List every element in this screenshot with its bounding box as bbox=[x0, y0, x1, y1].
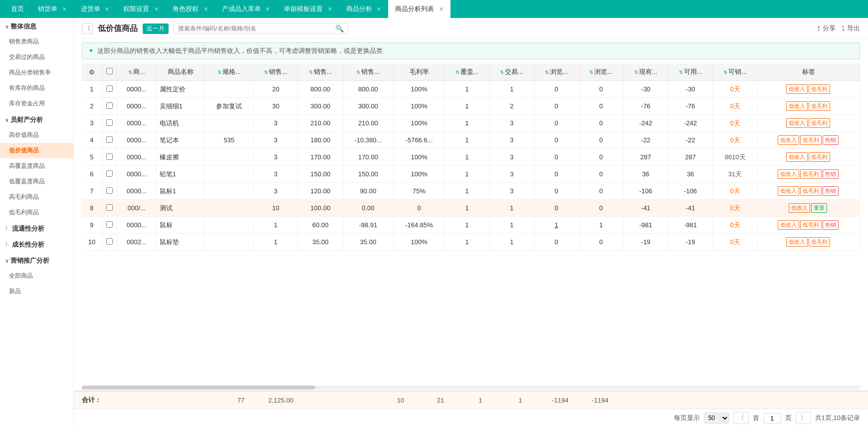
row-browse1[interactable]: 0 bbox=[534, 149, 579, 166]
row-checkbox[interactable] bbox=[106, 102, 113, 109]
page-number-input[interactable] bbox=[763, 413, 781, 424]
nav-template[interactable]: 单据模板设置 ✕ bbox=[277, 0, 339, 18]
col-sales1[interactable]: ⇅销售... bbox=[298, 63, 343, 81]
sidebar-item-high-coverage[interactable]: 高覆盖度商品 bbox=[0, 158, 73, 174]
row-checkbox[interactable] bbox=[106, 204, 113, 211]
sidebar-group-finance[interactable]: ∨ 员财产分析 bbox=[0, 111, 73, 127]
row-browse1[interactable]: 1 bbox=[534, 217, 579, 234]
nav-home[interactable]: 首页 bbox=[4, 0, 31, 18]
col-margin[interactable]: 毛利率 bbox=[394, 63, 445, 81]
row-checkbox-cell[interactable] bbox=[102, 115, 117, 132]
row-checkbox[interactable] bbox=[106, 221, 113, 228]
row-sales1: 100.00 bbox=[298, 200, 343, 217]
nav-warehouse-close[interactable]: ✕ bbox=[265, 6, 270, 12]
nav-goods-analysis[interactable]: 商品分析 ✕ bbox=[339, 0, 389, 18]
col-settings[interactable]: ⚙ bbox=[82, 63, 102, 81]
row-browse1[interactable]: 0 bbox=[534, 200, 579, 217]
sidebar-group-marketing-label: 营销推广分析 bbox=[10, 256, 49, 265]
sidebar-item-traded-goods[interactable]: 交易过的商品 bbox=[0, 49, 73, 65]
row-checkbox-cell[interactable] bbox=[102, 200, 117, 217]
row-checkbox[interactable] bbox=[106, 119, 113, 126]
row-sales1: 120.00 bbox=[298, 183, 343, 200]
sidebar-item-high-value[interactable]: 高价值商品 bbox=[0, 127, 73, 143]
nav-warehouse[interactable]: 产成品入库单 ✕ bbox=[215, 0, 277, 18]
col-qty[interactable]: ⇅销售... bbox=[253, 63, 298, 81]
row-checkbox-cell[interactable] bbox=[102, 234, 117, 251]
nav-template-close[interactable]: ✕ bbox=[328, 6, 332, 12]
row-browse1[interactable]: 0 bbox=[534, 166, 579, 183]
sidebar-item-new-goods[interactable]: 新品 bbox=[0, 284, 73, 299]
col-code[interactable]: ⇅商... bbox=[117, 63, 156, 81]
row-checkbox[interactable] bbox=[106, 187, 113, 194]
search-input[interactable] bbox=[178, 25, 335, 32]
row-browse1[interactable]: 0 bbox=[534, 81, 579, 98]
col-name[interactable]: 商品名称 bbox=[156, 63, 205, 81]
table-container[interactable]: ⚙ ⇅商... 商品名称 ⇅规格... ⇅销售... ⇅销售... ⇅销售...… bbox=[74, 63, 868, 385]
horizontal-scrollbar[interactable] bbox=[82, 386, 860, 390]
sidebar-item-low-margin[interactable]: 低毛利商品 bbox=[0, 205, 73, 220]
col-current[interactable]: ⇅现有... bbox=[624, 63, 668, 81]
filter-tag-recent[interactable]: 近一月 bbox=[143, 23, 169, 34]
row-checkbox-cell[interactable] bbox=[102, 132, 117, 149]
browse1-link[interactable]: 1 bbox=[555, 221, 558, 229]
sidebar-item-high-margin[interactable]: 高毛利商品 bbox=[0, 189, 73, 205]
sidebar-group-growth[interactable]: 〉 成长性分析 bbox=[0, 236, 73, 252]
row-checkbox[interactable] bbox=[106, 238, 113, 245]
row-checkbox-cell[interactable] bbox=[102, 98, 117, 115]
row-browse1[interactable]: 0 bbox=[534, 115, 579, 132]
search-icon[interactable]: 🔍 bbox=[335, 24, 344, 32]
nav-purchase-close[interactable]: ✕ bbox=[105, 6, 109, 12]
row-browse1[interactable]: 0 bbox=[534, 234, 579, 251]
nav-roles-close[interactable]: ✕ bbox=[204, 6, 208, 12]
row-checkbox-cell[interactable] bbox=[102, 166, 117, 183]
sidebar-item-low-coverage[interactable]: 低覆盖度商品 bbox=[0, 174, 73, 189]
row-browse1[interactable]: 0 bbox=[534, 132, 579, 149]
nav-goods-list-close[interactable]: ✕ bbox=[439, 6, 443, 12]
nav-permissions-close[interactable]: ✕ bbox=[154, 6, 159, 12]
sidebar-group-flow[interactable]: 〉 流通性分析 bbox=[0, 220, 73, 236]
nav-goods-analysis-close[interactable]: ✕ bbox=[377, 6, 381, 12]
sidebar-item-category-sales-rate[interactable]: 商品分类销售率 bbox=[0, 65, 73, 80]
col-browse1[interactable]: ⇅浏览... bbox=[534, 63, 579, 81]
nav-goods-list[interactable]: 商品分析列表 ✕ bbox=[388, 0, 450, 18]
row-checkbox[interactable] bbox=[106, 153, 113, 160]
next-page-button[interactable]: 〉 bbox=[796, 412, 811, 424]
sidebar-group-marketing[interactable]: ∨ 营销推广分析 bbox=[0, 252, 73, 268]
first-page-button[interactable]: 〈 bbox=[733, 412, 749, 424]
sidebar-item-sales-goods[interactable]: 销售类商品 bbox=[0, 34, 73, 49]
sidebar-item-capital[interactable]: 库存资金占用 bbox=[0, 96, 73, 111]
col-sales2[interactable]: ⇅销售... bbox=[343, 63, 394, 81]
row-checkbox-cell[interactable] bbox=[102, 149, 117, 166]
row-checkbox[interactable] bbox=[106, 170, 113, 177]
col-select-all[interactable] bbox=[102, 63, 117, 81]
nav-sales[interactable]: 销货单 ✕ bbox=[31, 0, 74, 18]
col-coverage[interactable]: ⇅覆盖... bbox=[444, 63, 489, 81]
col-trade[interactable]: ⇅交易... bbox=[489, 63, 534, 81]
row-checkbox[interactable] bbox=[106, 136, 113, 143]
col-browse2[interactable]: ⇅浏览... bbox=[579, 63, 624, 81]
collapse-sidebar-button[interactable]: 《 bbox=[82, 23, 93, 34]
row-browse1[interactable]: 0 bbox=[534, 98, 579, 115]
nav-purchase[interactable]: 进货单 ✕ bbox=[74, 0, 117, 18]
nav-roles[interactable]: 角色授权 ✕ bbox=[166, 0, 215, 18]
sidebar-item-low-value[interactable]: 低价值商品 bbox=[0, 143, 73, 158]
row-browse1[interactable]: 0 bbox=[534, 183, 579, 200]
row-checkbox-cell[interactable] bbox=[102, 81, 117, 98]
row-checkbox-cell[interactable] bbox=[102, 183, 117, 200]
export-button[interactable]: ⤵ 导出 bbox=[842, 24, 860, 33]
col-salable[interactable]: ⇅可销... bbox=[713, 63, 758, 81]
scrollbar-thumb[interactable] bbox=[82, 386, 315, 390]
sidebar-item-all-goods[interactable]: 全部商品 bbox=[0, 268, 73, 284]
row-checkbox[interactable] bbox=[106, 85, 113, 92]
sidebar-item-stock-goods[interactable]: 有库存的商品 bbox=[0, 80, 73, 96]
nav-permissions[interactable]: 权限设置 ✕ bbox=[116, 0, 166, 18]
select-all-checkbox[interactable] bbox=[106, 68, 113, 74]
col-available[interactable]: ⇅可用... bbox=[668, 63, 713, 81]
row-checkbox-cell[interactable] bbox=[102, 217, 117, 234]
share-button[interactable]: ⤴ 分享 bbox=[817, 24, 836, 33]
sidebar-group-overview[interactable]: ∨ 整体信息 bbox=[0, 18, 73, 34]
row-trade: 2 bbox=[489, 98, 534, 115]
col-spec[interactable]: ⇅规格... bbox=[205, 63, 253, 81]
per-page-select[interactable]: 50 100 200 bbox=[704, 413, 729, 424]
nav-sales-close[interactable]: ✕ bbox=[62, 6, 67, 12]
